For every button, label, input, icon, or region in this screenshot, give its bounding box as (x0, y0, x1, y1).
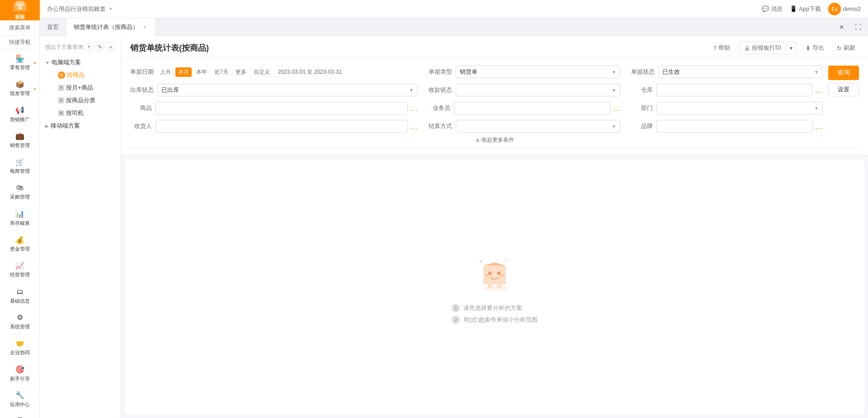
svg-point-5 (488, 271, 492, 275)
payment-status-control: ▼ (456, 84, 620, 96)
sidebar-item-cooperation[interactable]: 🤝 企业协同 (0, 334, 39, 360)
tab-home[interactable]: 首页 (40, 18, 66, 36)
settlement-select[interactable]: ▼ (456, 120, 620, 133)
warehouse-field: 仓库 … (631, 84, 823, 96)
sidebar-item-operation[interactable]: 📈 经营管理 (0, 256, 39, 282)
doc-type-select[interactable]: 销货单 ▼ (456, 66, 620, 78)
sidebar-item-inventory[interactable]: 📊 库存核算 (0, 205, 39, 231)
settings-btn[interactable]: 设置 (828, 83, 859, 96)
sidebar-search[interactable]: 搜索菜单 (0, 20, 39, 36)
sidebar-item-apps[interactable]: 🔧 应用中心 (0, 386, 39, 412)
sidebar-item-purchase[interactable]: 🛍 采购管理 (0, 179, 39, 204)
sidebar-item-marketing[interactable]: 📢 营销推广 (0, 101, 39, 127)
query-btn[interactable]: 查询 (828, 66, 859, 80)
svg-text:✦: ✦ (505, 258, 508, 262)
print-btn[interactable]: 🖨 按模板打印 ▼ (739, 42, 797, 54)
sidebar-inventory-label: 库存核算 (10, 220, 30, 226)
out-status-arrow: ▼ (409, 88, 414, 93)
date-field: 单据日期 上月 本月 本年 近7天 更多 自定义 (130, 67, 418, 77)
export-btn[interactable]: ⬇ 导出 (802, 42, 828, 54)
filter-tree-mobile-scheme[interactable]: ▶ 移动端方案 (40, 119, 121, 132)
sidebar-item-guide[interactable]: 🎯 新手引导 (0, 361, 39, 386)
basic-icon: 🗂 (15, 287, 24, 296)
svg-point-3 (481, 285, 508, 291)
sidebar-item-basic[interactable]: 🗂 基础信息 (0, 283, 39, 309)
out-status-control: 已出库 ▼ (157, 84, 418, 96)
collapse-icon: ∧ (476, 137, 480, 143)
print-btn-main[interactable]: 🖨 按模板打印 (740, 42, 786, 54)
user-action[interactable]: Ea demo2 (828, 3, 861, 15)
shortcut-custom[interactable]: 自定义 (251, 67, 273, 77)
consignee-more[interactable]: … (410, 122, 418, 131)
empty-illustration: ✦ ✦ ✦ (472, 250, 517, 295)
cooperation-icon: 🤝 (15, 339, 24, 348)
tab-close-icon[interactable]: ✕ (835, 21, 848, 33)
sidebar-quick-nav[interactable]: 快捷导航 (0, 36, 39, 49)
shortcut-7days[interactable]: 近7天 (212, 67, 231, 77)
date-range: 2023-03-01 至 2023-03-31 (278, 68, 342, 76)
download-icon: 📱 (790, 5, 797, 12)
warehouse-select[interactable] (656, 84, 813, 96)
empty-tip-1: 1 请先选择要分析的方案 (452, 304, 537, 312)
filter-edit-btn[interactable]: ✎ (95, 43, 104, 52)
consignee-select[interactable] (156, 120, 408, 133)
month-goods-label: 按月+商品 (66, 84, 93, 92)
print-btn-arrow[interactable]: ▼ (786, 44, 796, 52)
warehouse-more[interactable]: … (815, 86, 823, 95)
refresh-btn[interactable]: ↻ 刷新 (833, 42, 859, 54)
salesperson-more[interactable]: … (612, 104, 620, 113)
export-icon: ⬇ (806, 45, 811, 52)
sidebar-item-sales[interactable]: 💼 销售管理 (0, 127, 39, 153)
tab-home-label: 首页 (47, 23, 59, 31)
salesperson-select[interactable] (454, 102, 610, 114)
doc-status-select[interactable]: 已生效 ▼ (658, 66, 823, 78)
payment-status-select[interactable]: ▼ (456, 84, 620, 96)
shortcut-this-month[interactable]: 本月 (175, 67, 192, 77)
breadcrumb-dropdown[interactable]: ▾ (109, 6, 112, 11)
filter-item-by-goods[interactable]: 按 按商品 (43, 69, 121, 81)
out-status-select[interactable]: 已出库 ▼ (157, 84, 418, 96)
sales-icon: 💼 (15, 132, 24, 141)
sidebar-item-system[interactable]: ⚙ 系统管理 (0, 309, 39, 334)
svg-text:✦: ✦ (507, 268, 509, 271)
pc-scheme-label: 电脑端方案 (52, 58, 81, 66)
brand-select[interactable] (656, 120, 813, 133)
filter-item-month-goods[interactable]: 月 按月+商品 (43, 81, 121, 94)
filter-add-btn[interactable]: + (85, 43, 94, 52)
by-printer-icon: 按 (58, 110, 64, 116)
svg-point-6 (497, 271, 501, 275)
sidebar-item-wholesale[interactable]: 📦 批发管理 (0, 75, 39, 101)
settlement-arrow: ▼ (612, 124, 616, 129)
sidebar-ecom-label: 电商管理 (10, 168, 30, 174)
sidebar-item-finance[interactable]: 💰 资金管理 (0, 231, 39, 256)
department-select[interactable]: ▼ (656, 102, 823, 114)
collapse-row[interactable]: ∧ 收起更多条件 (130, 133, 859, 148)
ecom-icon: 🛒 (15, 157, 24, 166)
marketing-icon: 📢 (15, 106, 24, 115)
tab-active[interactable]: 销货单统计表（按商品） × (66, 18, 156, 36)
app-logo-text: 标版 (15, 14, 25, 20)
shortcut-this-year[interactable]: 本年 (193, 67, 210, 77)
app-download-action[interactable]: 📱 App下载 (790, 5, 821, 13)
sidebar-item-ecom[interactable]: 🛒 电商管理 (0, 153, 39, 179)
sidebar-item-retail[interactable]: 🏪 零售管理 (0, 49, 39, 75)
filter-collapse-btn[interactable]: « (106, 43, 115, 52)
quick-nav-label: 快捷导航 (0, 38, 39, 46)
help-btn[interactable]: ? 帮助 (710, 42, 734, 54)
filter-tree-pc-scheme[interactable]: ▼ 电脑端方案 (40, 56, 121, 69)
brand-field: 品牌 … (631, 120, 823, 133)
shortcut-last-month[interactable]: 上月 (157, 67, 174, 77)
message-action[interactable]: 💬 消息 (762, 5, 783, 13)
goods-more[interactable]: … (410, 104, 418, 113)
page-actions: ? 帮助 🖨 按模板打印 ▼ ⬇ 导出 (710, 42, 859, 54)
filter-item-by-printer[interactable]: 按 按司机 (43, 107, 121, 119)
sidebar-guide-label: 新手引导 (10, 375, 30, 382)
brand-more[interactable]: … (815, 122, 823, 131)
filter-item-goods-category[interactable]: 归 按商品分类 (43, 94, 121, 107)
shortcut-more[interactable]: 更多 (233, 67, 249, 77)
filter-tree: ▼ 电脑端方案 按 按商品 月 按月+商品 归 按商品分类 (40, 54, 121, 134)
goods-select[interactable] (156, 102, 408, 114)
sidebar-item-wechat[interactable]: 💬 企业微信 (0, 412, 39, 418)
tab-close-btn[interactable]: × (141, 24, 148, 31)
tab-maximize-icon[interactable]: ⛶ (852, 21, 864, 33)
